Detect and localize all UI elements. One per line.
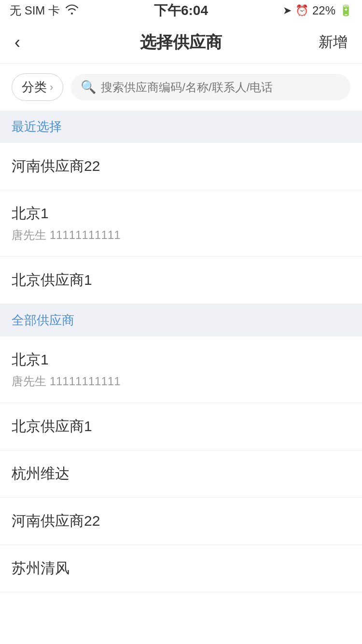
list-item-sub: 唐先生 11111111111 (12, 374, 350, 389)
wifi-icon (65, 4, 79, 17)
all-section-label: 全部供应商 (12, 313, 74, 327)
carrier-text: 无 SIM 卡 (10, 3, 60, 18)
search-input-wrap: 🔍 (71, 74, 350, 100)
list-item-name: 苏州清风 (12, 559, 350, 578)
recent-section-header: 最近选择 (0, 111, 362, 143)
recent-list: 河南供应商22北京1唐先生 11111111111北京供应商1 (0, 143, 362, 304)
list-item-name: 河南供应商22 (12, 156, 350, 176)
list-item-name: 北京1 (12, 350, 350, 370)
list-item[interactable]: 苏州清风 (0, 545, 362, 592)
list-item[interactable]: 北京1唐先生 11111111111 (0, 336, 362, 403)
list-item-name: 杭州维达 (12, 464, 350, 484)
alarm-icon: ⏰ (295, 4, 308, 17)
list-item-name: 北京供应商1 (12, 417, 350, 436)
chevron-right-icon: › (50, 81, 53, 94)
all-section-header: 全部供应商 (0, 304, 362, 336)
list-item[interactable]: 北京供应商1 (0, 403, 362, 450)
location-icon: ➤ (283, 4, 292, 17)
nav-bar: ‹ 选择供应商 新增 (0, 21, 362, 64)
category-button[interactable]: 分类 › (12, 73, 63, 101)
battery-icon: 🔋 (339, 4, 352, 17)
search-input[interactable] (101, 81, 341, 94)
list-item[interactable]: 北京1唐先生 11111111111 (0, 190, 362, 257)
search-icon: 🔍 (81, 80, 96, 95)
category-label: 分类 (22, 79, 47, 96)
list-item[interactable]: 北京供应商1 (0, 257, 362, 304)
status-bar: 无 SIM 卡 下午6:04 ➤ ⏰ 22% 🔋 (0, 0, 362, 21)
recent-section-label: 最近选择 (12, 119, 62, 134)
list-item-name: 北京1 (12, 204, 350, 224)
list-item-name: 北京供应商1 (12, 270, 350, 290)
list-item[interactable]: 杭州维达 (0, 450, 362, 498)
status-left: 无 SIM 卡 (10, 3, 79, 18)
battery-text: 22% (312, 4, 335, 17)
status-right: ➤ ⏰ 22% 🔋 (283, 4, 352, 17)
list-item[interactable]: 河南供应商22 (0, 143, 362, 190)
all-list: 北京1唐先生 11111111111北京供应商1杭州维达河南供应商22苏州清风 (0, 336, 362, 592)
list-item[interactable]: 河南供应商22 (0, 498, 362, 545)
page-title: 选择供应商 (140, 31, 222, 54)
list-item-sub: 唐先生 11111111111 (12, 227, 350, 243)
back-button[interactable]: ‹ (14, 32, 43, 53)
status-time: 下午6:04 (154, 1, 208, 20)
add-button[interactable]: 新增 (319, 32, 348, 52)
search-bar: 分类 › 🔍 (0, 64, 362, 111)
list-item-name: 河南供应商22 (12, 511, 350, 531)
